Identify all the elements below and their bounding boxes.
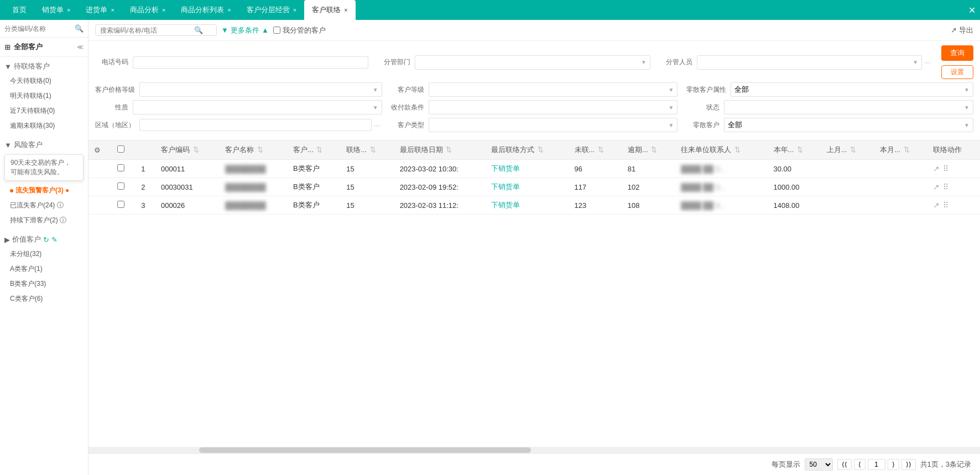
tab-purchase-close[interactable]: × (111, 7, 114, 13)
tab-customer-contact[interactable]: 客户联络 × (304, 0, 355, 20)
filter-retail-customer: 零散客户 全部▼ (686, 118, 973, 132)
filter-payment-select[interactable]: ▼ (429, 100, 678, 114)
tab-sales-close[interactable]: × (67, 7, 70, 13)
select-all-checkbox[interactable] (117, 145, 124, 153)
more-conditions-btn[interactable]: ▼ 更多条件 ▲ (221, 25, 269, 35)
filter-payment: 收付款条件 ▼ (391, 100, 678, 114)
row-settings (88, 160, 112, 178)
filter-phone-input[interactable] (133, 56, 368, 69)
sidebar-item-ungrouped[interactable]: 未分组(32) (0, 247, 88, 262)
sidebar-item-today[interactable]: 今天待联络(0) (0, 74, 88, 88)
tab-sales[interactable]: 销货单 × (34, 0, 78, 20)
name-th[interactable]: 客户名称 ⇅ (220, 140, 288, 160)
my-customers-checkbox[interactable] (273, 27, 280, 34)
contact-action-icon[interactable]: ↗ (933, 182, 940, 191)
tab-purchase[interactable]: 进货单 × (78, 0, 122, 20)
contact-way-link[interactable]: 下销货单 (491, 164, 520, 173)
search-button[interactable]: 🔍 (194, 26, 203, 34)
sidebar-item-tomorrow[interactable]: 明天待联络(1) (0, 88, 88, 103)
sidebar-item-overdue-contact[interactable]: 逾期未联络(30) (0, 118, 88, 133)
export-button[interactable]: ↗ 导出 (951, 25, 973, 35)
type-th[interactable]: 客户... ⇅ (288, 140, 341, 160)
contact-th[interactable]: 联络... ⇅ (341, 140, 394, 160)
sidebar-search-input[interactable] (4, 25, 72, 33)
filter-more-icon[interactable]: ··· (922, 58, 932, 66)
sidebar-section-risk-title[interactable]: ▼ 风险客户 (0, 138, 88, 152)
arrow-right-icon: ▶ (4, 236, 10, 244)
horizontal-scrollbar[interactable] (88, 447, 980, 453)
tab-analysis-close[interactable]: × (162, 7, 165, 13)
filter-retail-customer-select[interactable]: 全部▼ (724, 118, 973, 132)
tab-analysis-list-close[interactable]: × (227, 7, 231, 13)
scrollbar-thumb[interactable] (199, 447, 531, 453)
more-action-icon[interactable]: ⠿ (943, 164, 948, 173)
per-page-select[interactable]: 50 20 100 (805, 458, 833, 471)
unit-contact-th[interactable]: 往来单位联系人 ⇅ (675, 140, 768, 160)
sidebar-section-pending-title[interactable]: ▼ 待联络客户 (0, 59, 88, 74)
last-month-th[interactable]: 上月... ⇅ (821, 140, 874, 160)
settings-button[interactable]: 设置 (941, 65, 973, 79)
row-select-checkbox[interactable] (117, 182, 124, 190)
last-page-btn[interactable]: ⟩⟩ (901, 459, 916, 470)
tab-analysis[interactable]: 商品分析 × (122, 0, 173, 20)
filter-region-input[interactable] (139, 119, 372, 131)
more-action-icon[interactable]: ⠿ (943, 201, 948, 210)
tab-home[interactable]: 首页 (4, 0, 34, 20)
sidebar-item-churn-warning[interactable]: 流失预警客户(3) ● (0, 183, 88, 198)
sidebar-section-value-title[interactable]: ▶ 价值客户 ↻ ✎ (0, 232, 88, 247)
first-page-btn[interactable]: ⟨⟨ (837, 459, 852, 470)
row-settings (88, 196, 112, 215)
overdue-th[interactable]: 逾期... ⇅ (622, 140, 675, 160)
no-contact-th[interactable]: 未联... ⇅ (569, 140, 622, 160)
tab-customer-contact-close[interactable]: × (344, 7, 347, 13)
filter-dept-select[interactable]: ▼ (415, 55, 650, 70)
row-select-checkbox[interactable] (117, 201, 124, 208)
filter-price-level-select[interactable]: ▼ (139, 82, 382, 97)
last-contact-way-th[interactable]: 最后联络方式 ⇅ (486, 140, 569, 160)
sidebar-item-7days[interactable]: 近7天待联络(0) (0, 103, 88, 118)
filter-region-more[interactable]: ··· (372, 121, 382, 129)
collapse-icon[interactable]: ≪ (77, 44, 84, 51)
sidebar-item-declining[interactable]: 持续下滑客户(2) ⓘ (0, 213, 88, 228)
more-action-icon[interactable]: ⠿ (943, 182, 948, 191)
query-button[interactable]: 查询 (941, 45, 973, 61)
tab-customer-tier[interactable]: 客户分层经营 × (239, 0, 304, 20)
contact-action-icon[interactable]: ↗ (933, 201, 940, 210)
sidebar-all-customers[interactable]: ⊞ 全部客户 ≪ (0, 38, 88, 57)
sidebar-item-a-class[interactable]: A类客户(1) (0, 262, 88, 276)
filter-nature-select[interactable]: ▼ (133, 100, 382, 114)
sidebar-item-c-class[interactable]: C类客户(6) (0, 291, 88, 306)
page-number-input[interactable] (868, 459, 885, 470)
filter-customer-level-select[interactable]: ▼ (429, 82, 678, 97)
sidebar-item-b-class[interactable]: B类客户(33) (0, 276, 88, 291)
search-input[interactable] (100, 27, 194, 34)
this-year-th[interactable]: 本年... ⇅ (768, 140, 821, 160)
contact-way-link[interactable]: 下销货单 (491, 182, 520, 191)
last-contact-date-th[interactable]: 最后联络日期 ⇅ (394, 140, 486, 160)
checkbox-th (112, 140, 135, 160)
tab-customer-contact-label: 客户联络 (312, 5, 341, 15)
row-select-checkbox[interactable] (117, 164, 124, 171)
contact-way-link[interactable]: 下销货单 (491, 201, 520, 209)
close-all-tabs[interactable]: ✕ (968, 5, 976, 15)
filter-status-select[interactable]: ▼ (724, 100, 973, 114)
contact-action-icon[interactable]: ↗ (933, 164, 940, 173)
filter-customer-type-select[interactable]: ▼ (429, 118, 678, 132)
tab-analysis-list[interactable]: 商品分析列表 × (173, 0, 238, 20)
tab-customer-tier-close[interactable]: × (293, 7, 296, 13)
this-month-th[interactable]: 本月... ⇅ (874, 140, 927, 160)
code-th[interactable]: 客户编码 ⇅ (155, 140, 220, 160)
row-unit-contact: ████ ██ 3... (675, 160, 768, 178)
sidebar-item-churned[interactable]: 已流失客户(24) ⓘ (0, 198, 88, 213)
pending-contact-label: 待联络客户 (14, 61, 50, 71)
prev-page-btn[interactable]: ⟨ (854, 459, 866, 470)
filter-retail-attr-select[interactable]: 全部▼ (731, 82, 973, 97)
refresh-icon[interactable]: ↻ (43, 236, 49, 244)
next-page-btn[interactable]: ⟩ (888, 459, 899, 470)
row-contact: 15 (341, 196, 394, 215)
edit-icon[interactable]: ✎ (51, 236, 58, 244)
filter-retail-attr: 零散客户属性 全部▼ (686, 82, 973, 97)
retail-attr-value: 全部 (734, 85, 749, 95)
settings-th[interactable]: ⚙ (88, 140, 112, 160)
filter-person-select[interactable]: ▼ (697, 55, 922, 70)
